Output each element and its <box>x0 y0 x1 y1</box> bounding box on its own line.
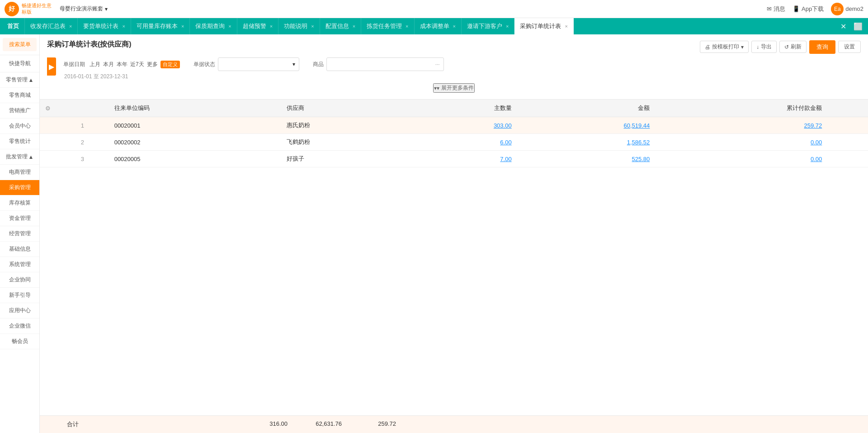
shortcut-7days[interactable]: 近7天 <box>130 61 144 68</box>
table-header-row: ⚙ 往来单位编码 供应商 主数量 金额 累计付款金额 <box>40 100 868 117</box>
row3-settings <box>40 151 56 167</box>
row3-supplier-name: 好孩子 <box>281 151 410 167</box>
tab-overstock[interactable]: 超储预警 × <box>237 18 278 34</box>
tab-function-desc[interactable]: 功能说明 × <box>278 18 320 34</box>
col-paid-amount: 累计付款金额 <box>655 100 827 117</box>
goods-input-more: ··· <box>435 61 440 67</box>
sidebar-item-new-guide[interactable]: 新手引导 <box>0 288 39 303</box>
row2-paid-amount[interactable]: 0.00 <box>655 134 827 151</box>
status-select-arrow: ▾ <box>292 61 295 67</box>
date-to: 2023-12-31 <box>100 73 128 80</box>
status-select[interactable]: ▾ <box>218 57 299 71</box>
tab-config-info[interactable]: 配置信息 × <box>320 18 361 34</box>
sidebar-item-basic-info[interactable]: 基础信息 <box>0 242 39 257</box>
sidebar-item-retail-shop[interactable]: 零售商城 <box>0 88 39 103</box>
message-icon: ✉ <box>767 5 772 12</box>
sidebar-item-purchase[interactable]: 采购管理 <box>0 180 39 195</box>
row1-main-qty[interactable]: 303.00 <box>409 117 517 134</box>
column-settings-icon[interactable]: ⚙ <box>45 105 51 112</box>
footer-paid-amount: 259.72 <box>353 420 407 428</box>
message-btn[interactable]: ✉ 消息 <box>767 5 785 13</box>
user-profile[interactable]: Ea demo2 <box>831 3 863 15</box>
sidebar-item-ecommerce[interactable]: 电商管理 <box>0 165 39 180</box>
sidebar-item-finance[interactable]: 资金管理 <box>0 211 39 226</box>
tab-close-config-info[interactable]: × <box>353 24 355 29</box>
expand-icon: ▾▾ <box>434 85 439 91</box>
row2-amount[interactable]: 1,586.52 <box>517 134 656 151</box>
goods-input[interactable]: ··· <box>326 57 444 71</box>
tab-close-function-desc[interactable]: × <box>311 24 314 29</box>
export-btn[interactable]: ↓ 导出 <box>751 41 777 53</box>
app-logo: 好 <box>5 2 19 16</box>
tab-requisition[interactable]: 要货单统计表 × <box>78 18 131 34</box>
sidebar-item-app-center[interactable]: 应用中心 <box>0 303 39 319</box>
sidebar-item-retail-stats[interactable]: 零售统计 <box>0 134 39 149</box>
sidebar-item-system[interactable]: 系统管理 <box>0 257 39 272</box>
tab-close-receive-send[interactable]: × <box>69 24 72 29</box>
custom-date-badge[interactable]: 自定义 <box>160 61 180 68</box>
tab-invite-downstream[interactable]: 邀请下游客户 × <box>462 18 514 34</box>
sidebar-item-enterprise[interactable]: 企业协同 <box>0 272 39 288</box>
row3-paid-amount[interactable]: 0.00 <box>655 151 827 167</box>
sidebar-item-member[interactable]: 会员中心 <box>0 119 39 134</box>
tab-receive-send[interactable]: 收发存汇总表 × <box>25 18 78 34</box>
tab-close-usable-stock[interactable]: × <box>181 24 184 29</box>
tab-purchase-summary[interactable]: 采购订单统计表 × <box>514 18 573 34</box>
filter-toggle-btn[interactable]: ▶ <box>47 57 56 76</box>
row3-main-qty[interactable]: 7.00 <box>409 151 517 167</box>
tab-picking-task[interactable]: 拣货任务管理 × <box>361 18 414 34</box>
table-container: ⚙ 往来单位编码 供应商 主数量 金额 累计付款金额 1 <box>40 100 868 415</box>
tab-close-cost-adjust[interactable]: × <box>453 24 456 29</box>
sidebar-item-enterprise-wechat[interactable]: 企业微信 <box>0 319 39 334</box>
shortcut-more[interactable]: 更多 <box>147 61 158 68</box>
sidebar-item-retail[interactable]: 零售管理 ▲ <box>0 72 39 88</box>
sidebar-item-inventory[interactable]: 库存核算 <box>0 195 39 211</box>
sidebar: 搜索菜单 快捷导航 零售管理 ▲ 零售商城 营销推广 会员中心 零售统计 批发管… <box>0 34 40 433</box>
tab-close-picking-task[interactable]: × <box>406 24 408 29</box>
row1-settings <box>40 117 56 134</box>
tab-close-purchase-summary[interactable]: × <box>565 24 567 29</box>
purchase-summary-table: ⚙ 往来单位编码 供应商 主数量 金额 累计付款金额 1 <box>40 100 868 167</box>
workspace-selector[interactable]: 母婴行业演示账套 ▾ <box>56 5 111 13</box>
row3-amount[interactable]: 525.80 <box>517 151 656 167</box>
table-footer: 合计 316.00 62,631.76 259.72 <box>40 415 868 433</box>
row3-extra <box>827 151 868 167</box>
table-row: 1 00020001 惠氏奶粉 303.00 60,519.44 259.72 <box>40 117 868 134</box>
row1-amount[interactable]: 60,519.44 <box>517 117 656 134</box>
query-btn[interactable]: 查询 <box>809 40 835 54</box>
search-menu-btn[interactable]: 搜索菜单 <box>3 38 37 51</box>
tab-close-requisition[interactable]: × <box>122 24 125 29</box>
row2-settings <box>40 134 56 151</box>
tab-home[interactable]: 首页 <box>2 18 25 34</box>
tab-close-warranty[interactable]: × <box>228 24 231 29</box>
sidebar-item-operations[interactable]: 经营管理 <box>0 226 39 242</box>
row1-paid-amount[interactable]: 259.72 <box>655 117 827 134</box>
shortcut-last-month[interactable]: 上月 <box>90 61 100 68</box>
sidebar-item-marketing[interactable]: 营销推广 <box>0 103 39 119</box>
col-seq <box>56 100 109 117</box>
footer-amount: 62,631.76 <box>298 420 353 428</box>
app-download-btn[interactable]: 📱 App下载 <box>793 5 824 13</box>
row3-seq: 3 <box>56 151 109 167</box>
tab-usable-stock[interactable]: 可用量库存账本 × <box>131 18 190 34</box>
print-btn[interactable]: 🖨 按模板打印 ▾ <box>700 41 749 53</box>
tab-cost-adjust[interactable]: 成本调整单 × <box>415 18 462 34</box>
sidebar-item-vip[interactable]: 畅会员 <box>0 334 39 349</box>
tab-maximize-btn[interactable]: ⬜ <box>850 22 866 31</box>
sidebar-search-area: 搜索菜单 <box>0 34 39 55</box>
quick-nav-btn[interactable]: 快捷导航 <box>0 57 39 70</box>
shortcut-this-year[interactable]: 本年 <box>117 61 127 68</box>
row2-main-qty[interactable]: 6.00 <box>409 134 517 151</box>
shortcut-this-month[interactable]: 本月 <box>103 61 114 68</box>
tab-close-invite-downstream[interactable]: × <box>506 24 509 29</box>
table-row: 2 00020002 飞鹤奶粉 6.00 1,586.52 0.00 <box>40 134 868 151</box>
tab-close-all-btn[interactable]: ✕ <box>837 22 850 31</box>
refresh-btn[interactable]: ↺ 刷新 <box>779 41 807 53</box>
export-icon: ↓ <box>756 44 759 50</box>
tab-warranty[interactable]: 保质期查询 × <box>190 18 237 34</box>
tab-close-overstock[interactable]: × <box>270 24 273 29</box>
expand-conditions-btn[interactable]: ▾▾ 展开更多条件 <box>433 83 475 93</box>
sidebar-item-wholesale[interactable]: 批发管理 ▲ <box>0 149 39 165</box>
row1-extra <box>827 117 868 134</box>
settings-btn[interactable]: 设置 <box>838 41 861 53</box>
